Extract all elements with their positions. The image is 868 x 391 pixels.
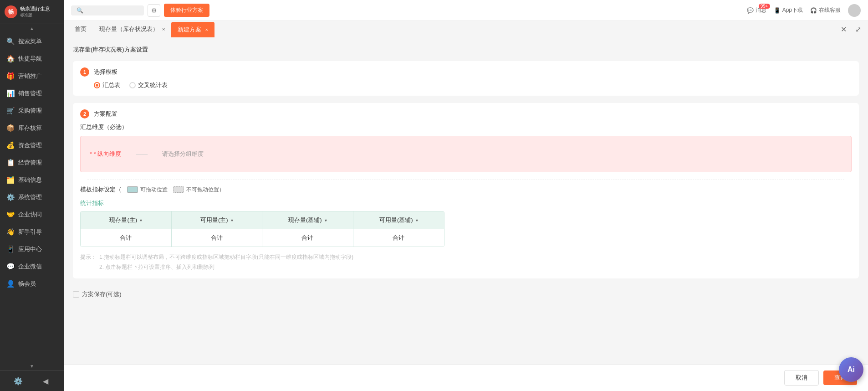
cell-0-3: 合计	[353, 229, 444, 247]
chat-icon: 💬	[6, 262, 15, 271]
sidebar-item-system[interactable]: ⚙️ 系统管理	[0, 189, 64, 206]
sidebar-item-label: 畅会员	[18, 280, 36, 288]
sidebar-item-marketing[interactable]: 🎁 营销推广	[0, 67, 64, 85]
cell-0-0: 合计	[81, 229, 172, 247]
sidebar-item-operations[interactable]: 📋 经营管理	[0, 154, 64, 171]
search-icon: 🔍	[77, 7, 83, 14]
user-avatar[interactable]	[848, 4, 861, 17]
chart-icon: 📊	[6, 89, 15, 98]
non-draggable-legend-box	[173, 186, 184, 193]
tab-home[interactable]: 首页	[68, 21, 93, 38]
chevron-0: ▾	[140, 218, 142, 223]
gear-icon: ⚙️	[6, 193, 15, 201]
tab-inventory-status[interactable]: 现存量（库存状况表） ×	[93, 21, 171, 38]
app-download-label: App下载	[782, 6, 803, 14]
settings-footer-icon[interactable]: ⚙️	[13, 376, 24, 386]
sidebar-item-sales[interactable]: 📊 销售管理	[0, 85, 64, 102]
industry-plan-button[interactable]: 体验行业方案	[164, 4, 209, 17]
dimension-placeholder[interactable]: 请选择分组维度	[162, 150, 204, 158]
main-area: 🔍 ⚙ 体验行业方案 💬 消息 99+ 📱 App下载 🎧 在线客服	[64, 0, 868, 391]
radio-cross[interactable]	[129, 82, 136, 88]
col-label-3: 可用量(基辅)	[379, 216, 413, 224]
sidebar-item-newbie[interactable]: 👋 新手引导	[0, 223, 64, 241]
cell-0-1: 合计	[172, 229, 263, 247]
sidebar-item-member[interactable]: 👤 畅会员	[0, 275, 64, 293]
app-download-item[interactable]: 📱 App下载	[774, 6, 803, 14]
sidebar-item-app-center[interactable]: 📱 应用中心	[0, 241, 64, 258]
sidebar-footer: ⚙️ ◀	[0, 370, 64, 391]
headset-icon: 🎧	[810, 7, 817, 14]
online-service-label: 在线客服	[819, 6, 841, 14]
cell-0-2: 合计	[262, 229, 353, 247]
option-summary[interactable]: 汇总表	[94, 81, 120, 89]
col-label-0: 现存量(主)	[109, 216, 137, 224]
legend-draggable-label: 可拖动位置	[140, 186, 168, 194]
chevron-3: ▾	[416, 218, 418, 223]
metrics-setting: 模板指标设定（ 可拖动位置 不可拖动位置）	[80, 185, 852, 194]
col-header-0[interactable]: 现存量(主) ▾	[81, 211, 172, 229]
dimension-title: 汇总维度（必选）	[80, 123, 852, 131]
topbar: 🔍 ⚙ 体验行业方案 💬 消息 99+ 📱 App下载 🎧 在线客服	[64, 0, 868, 21]
topbar-left: 🔍 ⚙ 体验行业方案	[71, 4, 741, 17]
radio-summary[interactable]	[94, 82, 100, 88]
ai-bubble[interactable]: Ai	[839, 357, 863, 382]
sidebar-item-label: 销售管理	[18, 89, 42, 98]
page-title: 现存量(库存状况表)方案设置	[73, 46, 859, 54]
message-icon: 💬	[747, 7, 754, 14]
step2-label: 方案配置	[94, 110, 117, 118]
cart-icon: 🛒	[6, 107, 15, 115]
chevron-1: ▾	[231, 218, 233, 223]
topbar-gear-button[interactable]: ⚙	[148, 4, 160, 17]
user-icon: 👤	[6, 280, 15, 288]
save-checkbox[interactable]	[73, 291, 79, 298]
sidebar-scroll-up[interactable]: ▲	[0, 24, 64, 33]
step1-section: 1 选择模板 汇总表 交叉统计表	[73, 61, 859, 96]
folder-icon: 🗂️	[6, 176, 15, 184]
sidebar-item-basic-info[interactable]: 🗂️ 基础信息	[0, 171, 64, 189]
col-header-3[interactable]: 可用量(基辅) ▾	[353, 211, 444, 229]
vertical-dimension-label: * * 纵向维度	[90, 150, 121, 158]
panel-expand-button[interactable]: ⤢	[853, 24, 863, 35]
content-area: 现存量(库存状况表)方案设置 1 选择模板 汇总表 交叉统计表 2	[64, 38, 868, 364]
sidebar-item-inventory[interactable]: 📦 库存核算	[0, 119, 64, 137]
step2-header: 2 方案配置	[73, 103, 859, 123]
sidebar-item-label: 基础信息	[18, 176, 42, 184]
messages-item[interactable]: 💬 消息 99+	[747, 6, 766, 14]
sidebar-item-search[interactable]: 🔍 搜索菜单	[0, 33, 64, 50]
sidebar-item-cooperation[interactable]: 🤝 企业协同	[0, 206, 64, 223]
tab-new-plan[interactable]: 新建方案 ×	[171, 22, 214, 37]
required-star: *	[90, 150, 92, 157]
sidebar-item-quick-nav[interactable]: 🏠 快捷导航	[0, 50, 64, 67]
online-service-item[interactable]: 🎧 在线客服	[810, 6, 841, 14]
ai-label: Ai	[848, 365, 855, 374]
sidebar-item-label: 企业微信	[18, 262, 42, 271]
cancel-button[interactable]: 取消	[784, 370, 819, 386]
topbar-search[interactable]: 🔍	[71, 5, 144, 15]
option-cross[interactable]: 交叉统计表	[129, 81, 168, 89]
step1-header: 1 选择模板	[73, 61, 859, 81]
collapse-sidebar-icon[interactable]: ◀	[40, 376, 51, 386]
sidebar-item-wechat[interactable]: 💬 企业微信	[0, 258, 64, 275]
app-name: 畅康通好生意	[20, 5, 50, 12]
stats-row-0: 合计 合计 合计 合计	[81, 229, 444, 247]
sidebar-item-finance[interactable]: 💰 资金管理	[0, 137, 64, 154]
sidebar-item-purchase[interactable]: 🛒 采购管理	[0, 102, 64, 119]
draggable-legend-box	[127, 186, 138, 193]
box-icon: 📦	[6, 124, 15, 132]
sidebar-item-label: 搜索菜单	[18, 37, 42, 46]
option-cross-label: 交叉统计表	[138, 81, 168, 89]
mobile-icon: 📱	[6, 245, 15, 253]
wave-icon: 👋	[6, 228, 15, 236]
gift-icon: 🎁	[6, 72, 15, 80]
dimension-area: * * 纵向维度 —— 请选择分组维度	[80, 136, 852, 172]
tab-new-plan-close-icon[interactable]: ×	[205, 27, 208, 32]
save-option[interactable]: 方案保存(可选)	[73, 286, 859, 303]
step1-label: 选择模板	[94, 68, 117, 76]
stats-label: 统计指标	[80, 199, 852, 207]
panel-close-button[interactable]: ✕	[838, 24, 849, 35]
col-header-1[interactable]: 可用量(主) ▾	[172, 211, 263, 229]
tab-inventory-close-icon[interactable]: ×	[162, 26, 165, 32]
sidebar-item-label: 资金管理	[18, 141, 42, 149]
col-header-2[interactable]: 现存量(基辅) ▾	[262, 211, 353, 229]
sidebar-scroll-down[interactable]: ▼	[0, 362, 64, 370]
